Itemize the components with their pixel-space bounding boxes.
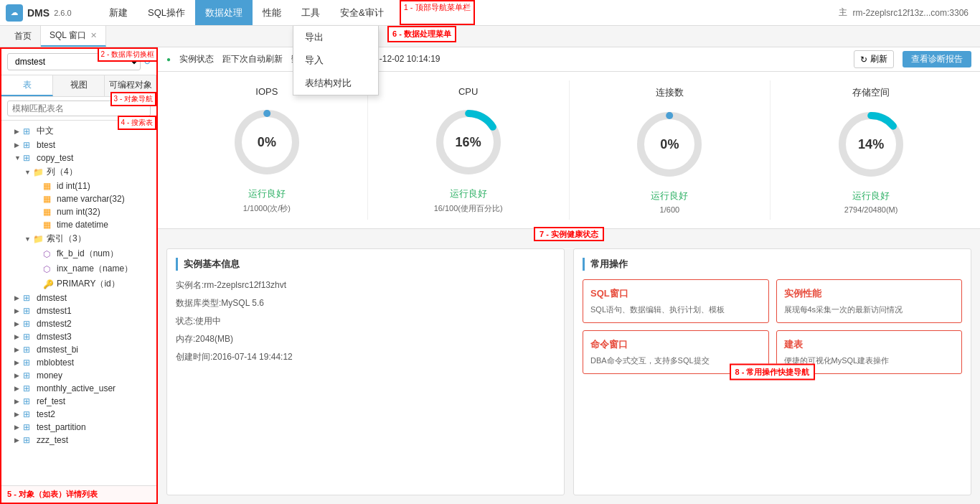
nav-security[interactable]: 安全&审计 (330, 0, 394, 25)
tree-item-dmstest-bi[interactable]: ▶ ⊞ dmstest_bi (1, 343, 156, 356)
nav-sql-ops[interactable]: SQL操作 (138, 0, 195, 25)
tree-label: copy_test (37, 153, 73, 163)
tree-item-col-id[interactable]: ▦ id int(11) (1, 179, 156, 192)
tab-sql-window[interactable]: SQL 窗口 ✕ (41, 26, 106, 47)
refresh-label: 刷新 (870, 53, 887, 65)
ops-panel-title: 常用操作 (583, 258, 962, 271)
metric-cpu: CPU 16% 运行良好 16/100(使用百分比) (368, 80, 570, 220)
info-row-instance: 实例名:rm-2zeplsrc12f13zhvt (176, 279, 555, 291)
annotation-3: 3 - 对象导航 (110, 92, 156, 106)
nav-new[interactable]: 新建 (99, 0, 138, 25)
tree-item-idx-group[interactable]: ▼ 📁 索引（3） (1, 231, 156, 246)
tree-label: dmstest3 (37, 332, 72, 342)
metric-conn-detail: 1/600 (660, 205, 680, 214)
tree-label: test_partition (37, 422, 86, 432)
annotation-1: 1 - 顶部导航菜单栏 (400, 0, 475, 25)
user-label: 主 (839, 6, 847, 19)
report-button[interactable]: 查看诊断报告 (903, 51, 971, 67)
bottom-row: 实例基本信息 实例名:rm-2zeplsrc12f13zhvt 数据库类型:My… (158, 240, 980, 504)
nav-data-proc[interactable]: 数据处理 (195, 0, 253, 25)
metric-cpu-value: 16% (456, 135, 481, 150)
metric-storage-title: 存储空间 (852, 86, 890, 99)
tree-item-idx-fk[interactable]: ⬡ fk_b_id（num） (1, 246, 156, 261)
metric-iops-donut: 0% (227, 103, 306, 182)
refresh-icon: ↻ (860, 55, 867, 65)
metric-storage: 存储空间 14% 运行良好 2794/20480(M) (771, 80, 971, 220)
tab-close-icon[interactable]: ✕ (90, 31, 97, 40)
tree-item-dmstest1[interactable]: ▶ ⊞ dmstest1 (1, 304, 156, 317)
metric-cpu-donut: 16% (429, 103, 508, 182)
annotation-8: 8 - 常用操作快捷导航 (730, 364, 816, 381)
annotation-5: 5 - 对象（如表）详情列表 (1, 485, 156, 503)
tree-item-test2[interactable]: ▶ ⊞ test2 (1, 408, 156, 421)
tree-label: time datetime (57, 220, 108, 230)
info-panel: 实例基本信息 实例名:rm-2zeplsrc12f13zhvt 数据库类型:My… (166, 248, 565, 495)
info-row-created: 创建时间:2016-07-14 19:44:12 (176, 351, 555, 363)
metric-storage-donut: 14% (831, 105, 910, 184)
object-nav: 表 视图 可编程对象 3 - 对象导航 (1, 75, 156, 97)
metric-conn-status: 运行良好 (651, 190, 688, 202)
tab-home[interactable]: 首页 (6, 26, 41, 47)
logo-area: ☁ DMS 2.6.0 (6, 4, 99, 22)
metric-iops-detail: 1/1000(次/秒) (243, 203, 291, 214)
metric-conn-value: 0% (660, 137, 679, 152)
nav-tools[interactable]: 工具 (291, 0, 330, 25)
dropdown-compare[interactable]: 表结构对比 (293, 72, 378, 95)
refresh-button[interactable]: ↻ 刷新 (854, 50, 894, 68)
tree-item-mblobtest[interactable]: ▶ ⊞ mblobtest (1, 356, 156, 369)
auto-refresh-label: 距下次自动刷新 (222, 53, 283, 65)
tree-item-idx-primary[interactable]: 🔑 PRIMARY（id） (1, 276, 156, 291)
tree-item-zzz-test[interactable]: ▶ ⊞ zzz_test (1, 434, 156, 447)
ops-card-perf-name: 实例性能 (784, 287, 955, 300)
tree-item-dmstest3[interactable]: ▶ ⊞ dmstest3 (1, 330, 156, 343)
tree-label: 列（4） (47, 166, 77, 178)
obj-tab-view[interactable]: 视图 (53, 75, 105, 96)
tree-item-col-num[interactable]: ▦ num int(32) (1, 205, 156, 218)
tree-item-col-name[interactable]: ▦ name varchar(32) (1, 192, 156, 205)
tree-item-monthly[interactable]: ▶ ⊞ monthly_active_user (1, 382, 156, 395)
tree-item-dmstest2[interactable]: ▶ ⊞ dmstest2 (1, 317, 156, 330)
tree-item-test-partition[interactable]: ▶ ⊞ test_partition (1, 421, 156, 434)
annotation-2: 2 - 数据库切换框 (98, 47, 158, 62)
tree-item-btest[interactable]: ▶ ⊞ btest (1, 139, 156, 151)
info-row-status: 状态:使用中 (176, 315, 555, 327)
ops-card-perf[interactable]: 实例性能 展现每4s采集一次的最新访问情况 (776, 279, 963, 323)
tree-item-col-time[interactable]: ▦ time datetime (1, 218, 156, 231)
nav-right: 主 rm-2zeplsrc12f13z...com:3306 (839, 6, 974, 19)
metric-iops-value: 0% (258, 135, 276, 150)
info-panel-title: 实例基本信息 (176, 258, 555, 271)
annotation-7: 7 - 实例健康状态 (534, 227, 604, 241)
nav-perf[interactable]: 性能 (253, 0, 291, 25)
tree-area: ▶ ⊞ 中文 ▶ ⊞ btest ▼ ⊞ copy_test ▼ 📁 列（4） (1, 121, 156, 485)
app-title: DMS (27, 7, 50, 19)
metric-cpu-status: 运行良好 (450, 187, 487, 200)
tree-item-idx-inx[interactable]: ⬡ inx_name（name） (1, 261, 156, 276)
obj-tab-table[interactable]: 表 (1, 75, 53, 96)
dropdown-export[interactable]: 导出 (293, 26, 378, 49)
tree-label: ref_test (37, 396, 65, 406)
dropdown-import[interactable]: 导入 (293, 49, 378, 72)
metric-conn-title: 连接数 (656, 86, 684, 99)
tree-item-copy-test[interactable]: ▼ ⊞ copy_test (1, 151, 156, 164)
annotation-7-container: 7 - 实例健康状态 (158, 229, 980, 240)
logo-icon: ☁ (6, 4, 23, 22)
ops-card-create-name: 建表 (784, 338, 955, 351)
info-row-db-type: 数据库类型:MySQL 5.6 (176, 297, 555, 309)
tree-item-ref-test[interactable]: ▶ ⊞ ref_test (1, 395, 156, 408)
metric-cpu-title: CPU (458, 86, 478, 97)
instance-status-label: 实例状态 (179, 53, 214, 65)
ops-card-sql-name: SQL窗口 (590, 287, 761, 300)
tree-item-dmstest[interactable]: ▶ ⊞ dmstest (1, 291, 156, 304)
tree-label: num int(32) (57, 207, 100, 217)
tree-label: dmstest (37, 293, 67, 303)
metric-storage-value: 14% (858, 137, 884, 152)
tree-item-cols-group[interactable]: ▼ 📁 列（4） (1, 164, 156, 179)
ops-card-sql-window[interactable]: SQL窗口 SQL语句、数据编辑、执行计划、模板 (583, 279, 769, 323)
metrics-row: IOPS 0% 运行良好 1/1000(次/秒) CPU (158, 72, 980, 229)
tree-label: btest (37, 140, 55, 150)
tree-item-money[interactable]: ▶ ⊞ money (1, 369, 156, 382)
tab-sql-label: SQL 窗口 (50, 29, 86, 42)
main-layout: dmstest dmstest1 dmstest2 dmstest3 ↻ 2 -… (0, 47, 980, 504)
ops-card-sql-desc: SQL语句、数据编辑、执行计划、模板 (590, 304, 761, 315)
metric-storage-detail: 2794/20480(M) (844, 205, 898, 214)
